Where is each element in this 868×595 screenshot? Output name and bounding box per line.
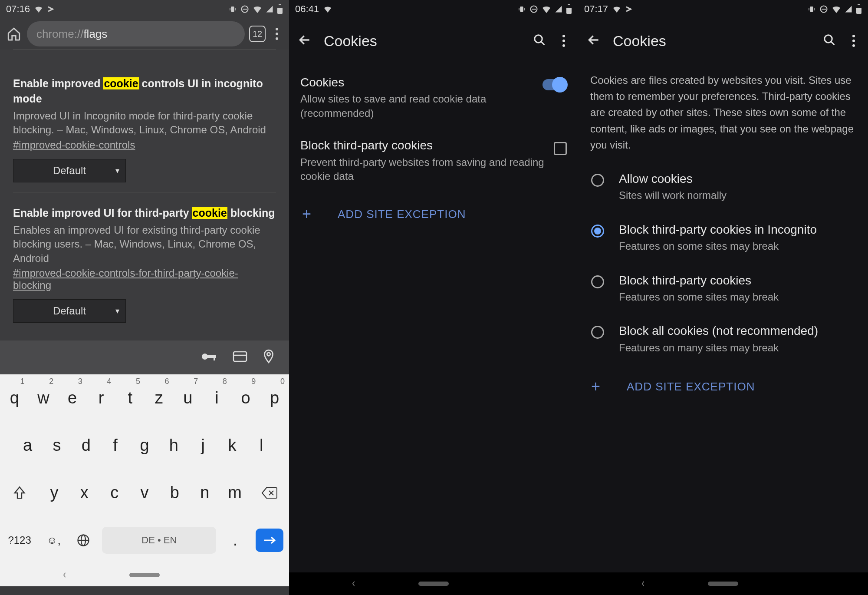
radio-button[interactable]	[591, 225, 604, 238]
radio-button[interactable]	[591, 275, 604, 288]
nav-home-pill[interactable]	[708, 582, 738, 586]
letter-key[interactable]: 8i	[202, 374, 231, 422]
option-sublabel: Sites will work normally	[619, 188, 727, 202]
wifi-small-icon	[832, 5, 841, 13]
letter-key[interactable]: l	[247, 422, 276, 469]
cookie-option-row[interactable]: Block all cookies (not recommended) Feat…	[589, 314, 857, 364]
letter-key[interactable]: a	[13, 422, 42, 469]
letter-key[interactable]: x	[69, 483, 99, 502]
cookie-option-row[interactable]: Allow cookies Sites will work normally	[589, 162, 857, 212]
flag-item: Enable improved cookie controls UI in in…	[13, 50, 276, 192]
option-sublabel: Features on many sites may break	[619, 341, 818, 355]
radio-button[interactable]	[591, 326, 604, 339]
nav-home-pill[interactable]	[418, 582, 449, 586]
flag-hash-link[interactable]: #improved-cookie-controls-for-third-part…	[13, 267, 276, 291]
letter-key[interactable]: f	[101, 422, 130, 469]
nav-home-pill[interactable]	[129, 573, 160, 577]
emoji-key[interactable]: ☺,	[39, 516, 69, 564]
svg-rect-32	[809, 8, 809, 10]
setting-sublabel: Allow sites to save and read cookie data…	[300, 92, 534, 120]
block-3p-row[interactable]: Block third-party cookies Prevent third-…	[300, 129, 567, 192]
back-button[interactable]	[298, 33, 312, 49]
location-pin-icon[interactable]	[263, 349, 274, 366]
letter-key[interactable]: 9o	[231, 374, 260, 422]
plus-icon: +	[591, 377, 601, 396]
letter-key[interactable]: g	[130, 422, 159, 469]
settings-list: Cookies are files created by websites yo…	[578, 60, 868, 415]
letter-key[interactable]: 5t	[115, 374, 145, 422]
add-exception-button[interactable]: + ADD SITE EXCEPTION	[589, 364, 857, 409]
letter-key[interactable]: 7u	[174, 374, 203, 422]
search-icon[interactable]	[823, 33, 836, 48]
symbols-key[interactable]: ?123	[0, 516, 39, 564]
nav-back-icon[interactable]	[62, 568, 68, 582]
language-key[interactable]	[69, 516, 98, 564]
status-time: 07:16	[6, 3, 30, 15]
cookies-toggle-row[interactable]: Cookies Allow sites to save and read coo…	[300, 66, 567, 129]
shift-key[interactable]	[0, 469, 39, 516]
letter-key[interactable]: k	[217, 422, 247, 469]
tab-switcher[interactable]: 12	[249, 26, 266, 42]
svg-rect-22	[524, 8, 525, 10]
settings-list: Cookies Allow sites to save and read coo…	[289, 60, 578, 242]
letter-key[interactable]: 3e	[58, 374, 87, 422]
menu-button[interactable]	[558, 35, 569, 47]
checkbox[interactable]	[554, 142, 567, 155]
letter-key[interactable]: b	[160, 483, 190, 502]
radio-button[interactable]	[591, 174, 604, 187]
payment-card-icon[interactable]	[233, 351, 247, 364]
cookie-option-row[interactable]: Block third-party cookies in Incognito F…	[589, 212, 857, 263]
letter-key[interactable]: 4r	[87, 374, 116, 422]
letter-key[interactable]: 2w	[29, 374, 58, 422]
nav-back-icon[interactable]	[351, 577, 357, 591]
spacebar-key[interactable]: DE • EN	[102, 527, 216, 554]
signal-icon	[266, 5, 273, 13]
backspace-key[interactable]	[250, 469, 289, 516]
letter-key[interactable]: v	[129, 483, 159, 502]
url-bar[interactable]: chrome://flags	[27, 21, 245, 46]
password-key-icon[interactable]	[201, 351, 217, 364]
letter-key[interactable]: y	[39, 483, 69, 502]
letter-key[interactable]: 1q	[0, 374, 29, 422]
cookie-option-row[interactable]: Block third-party cookies Features on so…	[589, 263, 857, 314]
search-highlight: cookie	[103, 77, 138, 89]
cast-icon	[625, 5, 633, 13]
flag-dropdown[interactable]: Default	[13, 159, 126, 182]
flag-description: Improved UI in Incognito mode for third-…	[13, 109, 276, 137]
letter-key[interactable]: j	[188, 422, 217, 469]
svg-line-30	[541, 42, 545, 45]
back-button[interactable]	[587, 33, 601, 49]
flag-title: Enable improved cookie controls UI in in…	[13, 76, 276, 106]
add-exception-button[interactable]: + ADD SITE EXCEPTION	[300, 192, 567, 236]
period-key[interactable]: .	[220, 516, 250, 564]
svg-rect-11	[233, 352, 247, 361]
letter-key[interactable]: m	[220, 483, 250, 502]
nav-back-icon[interactable]	[641, 577, 646, 591]
menu-button[interactable]	[270, 25, 284, 43]
letter-key[interactable]: 6z	[145, 374, 174, 422]
letter-key[interactable]: c	[99, 483, 129, 502]
menu-button[interactable]	[848, 35, 859, 47]
soft-keyboard: 1q2w3e4r5t6z7u8i9o0p asdfghjkl yxcvbnm ?…	[0, 374, 289, 564]
home-button[interactable]	[5, 25, 23, 43]
flags-list[interactable]: Enable improved cookie controls UI in in…	[0, 50, 289, 340]
enter-key[interactable]	[250, 516, 289, 564]
letter-key[interactable]: d	[72, 422, 101, 469]
letter-key[interactable]: 0p	[260, 374, 289, 422]
svg-rect-27	[566, 5, 572, 8]
setting-sublabel: Prevent third-party websites from saving…	[300, 155, 545, 184]
flag-dropdown[interactable]: Default	[13, 299, 126, 323]
flag-description: Enables an improved UI for existing thir…	[13, 223, 276, 265]
flag-hash-link[interactable]: #improved-cookie-controls	[13, 139, 135, 151]
toggle-switch[interactable]	[542, 79, 567, 90]
svg-rect-31	[810, 7, 813, 12]
signal-icon	[555, 5, 562, 13]
search-icon[interactable]	[533, 33, 546, 48]
letter-key[interactable]: s	[42, 422, 71, 469]
letter-key[interactable]: h	[159, 422, 188, 469]
svg-rect-10	[214, 355, 215, 360]
browser-toolbar: chrome://flags 12	[0, 18, 289, 50]
letter-key[interactable]: n	[190, 483, 220, 502]
setting-label: Block third-party cookies	[300, 138, 545, 153]
battery-icon	[566, 4, 572, 14]
